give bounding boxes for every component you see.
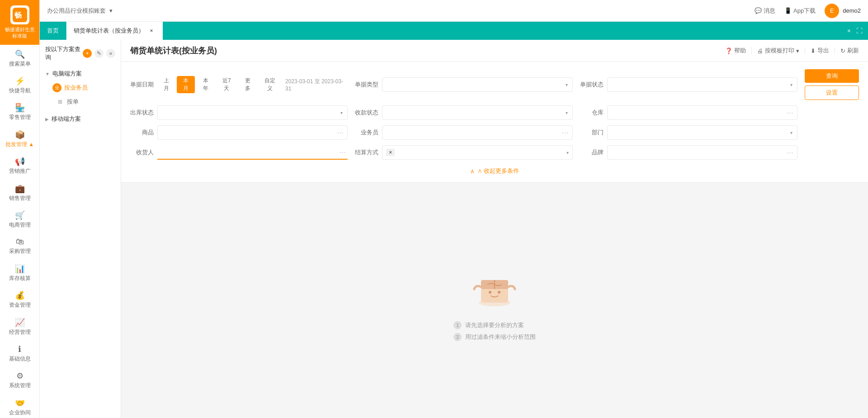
sidebar-item-purchase[interactable]: 🛍 采购管理 [0, 233, 39, 259]
refresh-button[interactable]: ↻ 刷新 [840, 47, 859, 55]
sidebar-item-label: 基础信息 [9, 356, 31, 362]
date-btn-more[interactable]: 更多 [239, 76, 256, 93]
filter-settlement-input[interactable]: × ▾ [382, 145, 572, 160]
sidebar-item-business[interactable]: 📈 经营管理 [0, 313, 39, 340]
svg-text:畅: 畅 [14, 11, 22, 19]
filter-brand-input[interactable]: ··· [607, 145, 797, 160]
sidebar-item-wholesale[interactable]: 📦 批发管理 ▲ [0, 125, 39, 152]
sidebar-item-basic[interactable]: ℹ 基础信息 [0, 340, 39, 366]
date-btn-7days[interactable]: 近7天 [216, 76, 237, 93]
consignee-dots[interactable]: ··· [339, 147, 346, 157]
brand-dots[interactable]: ··· [787, 148, 793, 157]
tab-home[interactable]: 首页 [40, 22, 66, 40]
filter-salesperson-input[interactable]: ··· [382, 125, 572, 140]
date-range-text: 2023-03-01 至 2023-03-31 [285, 78, 348, 92]
outbound-select[interactable]: ▾ [157, 105, 348, 120]
filter-consignee-cell: 收货人 ··· [130, 145, 348, 160]
sidebar-item-ecommerce[interactable]: 🛒 电商管理 [0, 206, 39, 233]
docstatus-select[interactable]: ▾ [607, 77, 797, 92]
scheme-panel-actions: + ✎ « [83, 49, 115, 58]
sidebar-item-corp[interactable]: 🤝 企业协同 [0, 394, 39, 418]
tab-close-button[interactable]: × [148, 27, 155, 34]
sidebar-item-inventory[interactable]: 📊 库存核算 [0, 259, 39, 286]
filter-department-input[interactable]: ▾ [607, 125, 797, 140]
docstatus-arrow-icon: ▾ [790, 82, 793, 87]
scheme-group-mobile-header[interactable]: ▶ 移动端方案 [40, 112, 121, 126]
sidebar-item-shortcut[interactable]: ⚡ 快捷导航 [0, 71, 39, 98]
settings-button[interactable]: 设置 [805, 86, 859, 100]
chevron-down-icon: ▾ [109, 7, 113, 14]
sidebar-item-label: 快捷导航 [9, 87, 31, 94]
date-btn-custom[interactable]: 自定义 [259, 76, 282, 93]
avatar: E [825, 4, 839, 18]
sidebar-item-label: 批发管理 ▲ [5, 141, 34, 147]
date-btn-last-month[interactable]: 上月 [157, 76, 175, 93]
shortcut-icon: ⚡ [15, 76, 25, 86]
sidebar-item-system[interactable]: ⚙ 系统管理 [0, 366, 39, 393]
tab-sales-report[interactable]: 销货单统计表（按业务员） × [66, 22, 163, 40]
filter-payment-cell: 收款状态 ▾ [355, 105, 572, 120]
query-button[interactable]: 查询 [805, 69, 859, 83]
collapse-filters-button[interactable]: ∧ ∧ 收起更多条件 [130, 163, 859, 179]
template-print-button[interactable]: 🖨 按模板打印 ▾ [757, 47, 799, 55]
sidebar-item-search[interactable]: 🔍 搜索菜单 [0, 45, 39, 71]
sidebar-item-label: 采购管理 [9, 248, 31, 254]
fullscreen-button[interactable]: ⛶ [856, 27, 863, 34]
scheme-group-desktop-header[interactable]: ▼ 电脑端方案 [40, 67, 121, 81]
sidebar-item-finance[interactable]: 💰 资金管理 [0, 286, 39, 313]
payment-select[interactable]: ▾ [382, 105, 572, 120]
filter-doctype-input[interactable]: ▾ [382, 77, 572, 92]
empty-tips: 1 请先选择要分析的方案 2 用过滤条件来缩小分析范围 [453, 321, 536, 341]
warehouse-dots[interactable]: ··· [787, 108, 793, 118]
doctype-select[interactable]: ▾ [382, 77, 572, 92]
date-btn-this-year[interactable]: 本年 [197, 76, 214, 93]
sidebar-item-label: 经营管理 [9, 329, 31, 335]
outbound-arrow-icon: ▾ [340, 110, 343, 115]
collapse-arrow-icon: ▶ [45, 117, 49, 122]
edit-scheme-button[interactable]: ✎ [94, 49, 104, 58]
sidebar-item-marketing[interactable]: 📢 营销推广 [0, 152, 39, 179]
close-all-tabs-button[interactable]: × [847, 27, 851, 34]
tag-close-button[interactable]: × [389, 149, 392, 156]
sidebar: 畅 畅捷通好生意 标准版 🔍 搜索菜单 ⚡ 快捷导航 🏪 零售管理 📦 批发管理… [0, 0, 40, 418]
username-label: demo2 [843, 7, 861, 14]
ecommerce-icon: 🛒 [15, 210, 25, 220]
collapse-scheme-button[interactable]: « [106, 49, 115, 58]
sidebar-item-sales[interactable]: 💼 销售管理 [0, 179, 39, 206]
add-scheme-button[interactable]: + [83, 49, 92, 58]
user-profile[interactable]: E demo2 [825, 4, 861, 18]
filter-consignee-input[interactable]: ··· [157, 145, 348, 160]
topbar-dropdown[interactable]: ▾ [109, 7, 113, 14]
logo-area: 畅 畅捷通好生意 标准版 [0, 0, 39, 45]
export-button[interactable]: ⬇ 导出 [811, 47, 829, 55]
sidebar-item-retail[interactable]: 🏪 零售管理 [0, 98, 39, 125]
divider2 [805, 47, 805, 54]
app-download-button[interactable]: 📱 App下载 [784, 7, 816, 15]
filter-outbound-input[interactable]: ▾ [157, 105, 348, 120]
svg-point-6 [489, 291, 491, 294]
page-actions: ❓ 帮助 🖨 按模板打印 ▾ ⬇ 导出 [725, 47, 859, 55]
filter-payment-input[interactable]: ▾ [382, 105, 572, 120]
scheme-item-salesperson[interactable]: 业 按业务员 [40, 81, 121, 95]
filter-docstatus-input[interactable]: ▾ [607, 77, 797, 92]
salesperson-dots[interactable]: ··· [562, 128, 569, 138]
sidebar-item-label: 搜索菜单 [9, 61, 31, 67]
message-button[interactable]: 💬 消息 [755, 7, 775, 15]
scheme-item-order[interactable]: ⊞ 按单 [40, 95, 121, 109]
consignee-text-input[interactable] [159, 149, 339, 156]
filter-department-cell: 部门 ▾ [580, 125, 797, 140]
help-button[interactable]: ❓ 帮助 [725, 47, 746, 55]
message-icon: 💬 [755, 7, 762, 14]
filter-warehouse-input[interactable]: ··· [607, 105, 797, 120]
filter-product-cell: 商品 ··· [130, 125, 348, 140]
expand-arrow-icon: ▼ [45, 71, 50, 76]
filter-brand-label: 品牌 [580, 148, 604, 157]
date-btn-this-month[interactable]: 本月 [177, 76, 194, 93]
department-select[interactable]: ▾ [607, 125, 797, 140]
scheme-item-label: 按业务员 [64, 84, 88, 92]
main-area: 办公用品行业模拟账套 ▾ 💬 消息 📱 App下载 E demo2 首页 [40, 0, 868, 418]
filter-product-input[interactable]: ··· [157, 125, 348, 140]
sidebar-item-label: 资金管理 [9, 302, 31, 308]
print-dropdown-icon: ▾ [796, 48, 799, 54]
product-dots[interactable]: ··· [337, 128, 344, 138]
